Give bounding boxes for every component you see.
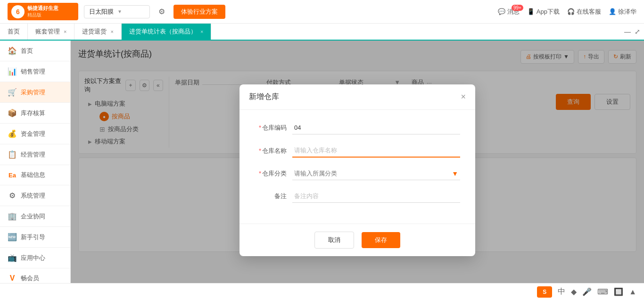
form-row-warehouse-code: *仓库编码 bbox=[255, 121, 460, 134]
warehouse-code-input[interactable] bbox=[292, 121, 460, 134]
modal-body: *仓库编码 *仓库名称 *仓库分类 bbox=[239, 110, 475, 224]
main-layout: 🏠 首页 📊 销售管理 🛒 采购管理 📦 库存核算 💰 资金管理 📋 经营管理 … bbox=[0, 41, 644, 300]
sidebar-finance-label: 资金管理 bbox=[21, 130, 45, 138]
save-button[interactable]: 保存 bbox=[362, 232, 400, 248]
warehouse-name-input[interactable] bbox=[292, 144, 460, 158]
guide-icon: 🆕 bbox=[8, 233, 17, 242]
app-download-item[interactable]: 📱 App下载 bbox=[527, 8, 560, 16]
tab-stats-label: 进货单统计表（按商品） bbox=[129, 27, 197, 36]
sidebar-inventory-label: 库存核算 bbox=[21, 109, 45, 117]
new-warehouse-modal: 新增仓库 × *仓库编码 *仓库名称 bbox=[239, 84, 475, 256]
cancel-button[interactable]: 取消 bbox=[314, 232, 354, 249]
logo-icon: 6 bbox=[11, 5, 25, 18]
sidebar-item-system[interactable]: ⚙ 系统管理 bbox=[0, 185, 70, 206]
user-profile[interactable]: 👤 徐泽华 bbox=[609, 8, 636, 16]
sidebar-item-finance[interactable]: 💰 资金管理 bbox=[0, 124, 70, 144]
tab-bar: 首页 账套管理 × 进货退货 × 进货单统计表（按商品） × — ⤢ bbox=[0, 24, 644, 41]
form-row-notes: 备注 bbox=[255, 190, 460, 203]
logo-text: 畅捷通好生意 精品版 bbox=[27, 5, 58, 18]
sidebar-home-label: 首页 bbox=[21, 47, 33, 55]
sidebar: 🏠 首页 📊 销售管理 🛒 采购管理 📦 库存核算 💰 资金管理 📋 经营管理 … bbox=[0, 41, 71, 300]
warehouse-category-input[interactable] bbox=[292, 167, 452, 180]
tab-stats-close[interactable]: × bbox=[200, 29, 203, 34]
tab-expand-icon[interactable]: ⤢ bbox=[635, 28, 640, 35]
finance-icon: 💰 bbox=[8, 129, 17, 138]
online-service-item[interactable]: 🎧 在线客服 bbox=[567, 8, 601, 16]
tab-accounts-close[interactable]: × bbox=[64, 29, 66, 34]
user-name: 徐泽华 bbox=[618, 8, 636, 16]
basic-info-icon: Ea bbox=[8, 172, 17, 179]
tab-minimize-icon[interactable]: — bbox=[624, 28, 631, 35]
home-icon: 🏠 bbox=[8, 46, 17, 55]
store-name: 日太阳膜 bbox=[89, 8, 114, 16]
form-row-warehouse-name: *仓库名称 bbox=[255, 144, 460, 158]
notes-input[interactable] bbox=[292, 190, 460, 203]
sidebar-item-inventory[interactable]: 📦 库存核算 bbox=[0, 103, 70, 124]
tab-stats[interactable]: 进货单统计表（按商品） × bbox=[122, 24, 211, 40]
warehouse-category-label: *仓库分类 bbox=[255, 169, 292, 178]
sidebar-item-appstore[interactable]: 📺 应用中心 bbox=[0, 248, 70, 268]
sidebar-appstore-label: 应用中心 bbox=[21, 254, 45, 262]
tab-home-label: 首页 bbox=[8, 27, 20, 36]
sidebar-basic-label: 基础信息 bbox=[21, 171, 45, 179]
notification-badge: 99+ bbox=[512, 5, 523, 11]
tab-purchase-return[interactable]: 进货退货 × bbox=[74, 24, 121, 40]
bottom-bar: S 中 ◆ 🎤 ⌨ 🔲 ▲ bbox=[0, 283, 644, 300]
layout-icon[interactable]: 🔲 bbox=[614, 287, 623, 296]
keyboard-icon[interactable]: ⌨ bbox=[597, 287, 608, 296]
store-selector[interactable]: 日太阳膜 ▼ bbox=[84, 5, 150, 18]
warehouse-code-label: *仓库编码 bbox=[255, 124, 292, 132]
modal-footer: 取消 保存 bbox=[239, 224, 475, 256]
appstore-icon: 📺 bbox=[8, 253, 17, 262]
warehouse-category-select[interactable]: ▼ bbox=[292, 167, 460, 180]
sidebar-item-enterprise[interactable]: 🏢 企业协同 bbox=[0, 206, 70, 227]
logo-area: 6 畅捷通好生意 精品版 bbox=[8, 3, 78, 20]
modal-header: 新增仓库 × bbox=[239, 84, 475, 110]
purchase-icon: 🛒 bbox=[8, 88, 17, 97]
tab-right-controls: — ⤢ bbox=[624, 28, 644, 35]
system-icon: ⚙ bbox=[8, 191, 17, 200]
sidebar-system-label: 系统管理 bbox=[21, 192, 45, 200]
sidebar-item-purchase[interactable]: 🛒 采购管理 bbox=[0, 82, 70, 103]
microphone-icon[interactable]: 🎤 bbox=[582, 287, 592, 296]
sidebar-operations-label: 经营管理 bbox=[21, 150, 45, 159]
top-header: 6 畅捷通好生意 精品版 日太阳膜 ▼ ⚙ 体验行业方案 💬 消息 99+ 📱 … bbox=[0, 0, 644, 24]
sales-icon: 📊 bbox=[8, 67, 17, 76]
settings-icon[interactable]: ⚙ bbox=[156, 4, 168, 19]
store-dropdown-arrow: ▼ bbox=[117, 9, 122, 14]
sidebar-sales-label: 销售管理 bbox=[21, 67, 45, 76]
notes-label: 备注 bbox=[255, 192, 292, 200]
form-row-warehouse-category: *仓库分类 ▼ bbox=[255, 167, 460, 180]
modal-overlay: 新增仓库 × *仓库编码 *仓库名称 bbox=[71, 41, 644, 300]
modal-close-button[interactable]: × bbox=[461, 92, 466, 102]
sidebar-enterprise-label: 企业协同 bbox=[21, 212, 45, 221]
operations-icon: 📋 bbox=[8, 150, 17, 159]
sidebar-purchase-label: 采购管理 bbox=[21, 88, 45, 97]
notification-item[interactable]: 💬 消息 99+ bbox=[498, 8, 520, 16]
category-dropdown-arrow: ▼ bbox=[452, 170, 460, 177]
sidebar-item-home[interactable]: 🏠 首页 bbox=[0, 41, 70, 61]
phone-icon: 📱 bbox=[527, 8, 535, 15]
sidebar-item-basic[interactable]: Ea 基础信息 bbox=[0, 165, 70, 185]
chinese-input-icon[interactable]: 中 bbox=[558, 287, 565, 297]
expand-icon[interactable]: ▲ bbox=[629, 288, 636, 296]
tab-home[interactable]: 首页 bbox=[0, 24, 28, 40]
sidebar-vip-label: 畅会员 bbox=[21, 274, 39, 283]
tab-purchase-return-label: 进货退货 bbox=[82, 27, 107, 36]
headset-icon: 🎧 bbox=[567, 8, 575, 15]
header-right: 💬 消息 99+ 📱 App下载 🎧 在线客服 👤 徐泽华 bbox=[498, 8, 636, 16]
modal-title: 新增仓库 bbox=[249, 92, 279, 102]
tab-accounts-label: 账套管理 bbox=[35, 27, 60, 36]
diamond-icon[interactable]: ◆ bbox=[571, 287, 577, 296]
warehouse-name-label: *仓库名称 bbox=[255, 147, 292, 155]
tab-accounts[interactable]: 账套管理 × bbox=[28, 24, 74, 40]
sidebar-item-sales[interactable]: 📊 销售管理 bbox=[0, 61, 70, 82]
inventory-icon: 📦 bbox=[8, 108, 17, 117]
user-avatar-icon: 👤 bbox=[609, 8, 616, 15]
bottom-logo: S bbox=[537, 286, 552, 298]
sidebar-item-guide[interactable]: 🆕 新手引导 bbox=[0, 227, 70, 248]
trial-button[interactable]: 体验行业方案 bbox=[173, 5, 225, 19]
tab-purchase-return-close[interactable]: × bbox=[110, 29, 113, 34]
message-icon: 💬 bbox=[498, 8, 505, 15]
sidebar-item-operations[interactable]: 📋 经营管理 bbox=[0, 144, 70, 165]
